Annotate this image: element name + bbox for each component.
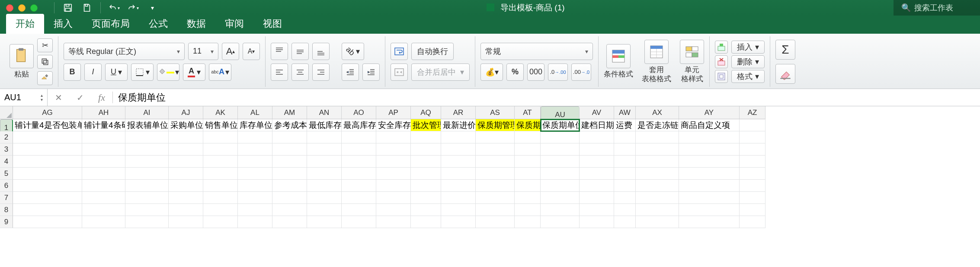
cell-AO4[interactable]	[342, 156, 376, 168]
cell-AN8[interactable]	[307, 204, 342, 216]
cell-AY9[interactable]	[679, 216, 740, 228]
cell-AW3[interactable]	[614, 143, 636, 156]
cell-AO8[interactable]	[342, 204, 376, 216]
cell-AL8[interactable]	[238, 204, 272, 216]
insert-cells-icon[interactable]	[715, 41, 728, 54]
cell-AU8[interactable]	[541, 204, 580, 216]
cell-AY7[interactable]	[679, 192, 740, 204]
align-top-button[interactable]	[271, 43, 288, 60]
cell-AJ9[interactable]	[169, 216, 203, 228]
cell-AL2[interactable]	[238, 131, 272, 143]
increase-indent-button[interactable]	[362, 64, 380, 81]
cell-AR7[interactable]	[441, 192, 476, 204]
decrease-decimal-button[interactable]: .00→.0	[571, 64, 591, 81]
cell-AN9[interactable]	[307, 216, 342, 228]
cell-AH7[interactable]	[82, 192, 125, 204]
increase-decimal-button[interactable]: .0→.00	[548, 64, 568, 81]
qat-customize-icon[interactable]: ▾	[147, 2, 158, 13]
cell-AM8[interactable]	[272, 204, 307, 216]
align-bottom-button[interactable]	[312, 43, 330, 60]
cell-AR4[interactable]	[441, 156, 476, 168]
cell-AR6[interactable]	[441, 180, 476, 192]
cell-AG8[interactable]	[13, 204, 82, 216]
cell-AR2[interactable]	[441, 131, 476, 143]
autosum-button[interactable]: Σ	[775, 40, 795, 60]
cell-AS1[interactable]: 保质期管理	[476, 119, 515, 131]
paste-button[interactable]	[10, 44, 34, 68]
cell-AZ5[interactable]	[740, 168, 765, 180]
cell-AO3[interactable]	[342, 143, 376, 156]
cell-AU4[interactable]	[541, 156, 580, 168]
cell-AH3[interactable]	[82, 143, 125, 156]
cell-AI9[interactable]	[125, 216, 169, 228]
insert-cells-button[interactable]: 插入▾	[731, 41, 765, 54]
cell-AX2[interactable]	[636, 131, 679, 143]
align-middle-button[interactable]	[291, 43, 309, 60]
cell-AJ7[interactable]	[169, 192, 203, 204]
cell-AG1[interactable]: 辅计量4是否包装单位	[13, 119, 82, 131]
cell-AO9[interactable]	[342, 216, 376, 228]
cell-AU7[interactable]	[541, 192, 580, 204]
cell-AG4[interactable]	[13, 156, 82, 168]
row-header-6[interactable]: 6	[0, 180, 13, 192]
cell-AH4[interactable]	[82, 156, 125, 168]
column-header-AV[interactable]: AV	[580, 106, 614, 119]
cell-AT9[interactable]	[515, 216, 541, 228]
select-all-corner[interactable]	[0, 106, 13, 119]
cell-AW9[interactable]	[614, 216, 636, 228]
cell-AM2[interactable]	[272, 131, 307, 143]
cell-AR8[interactable]	[441, 204, 476, 216]
column-header-AG[interactable]: AG	[13, 106, 82, 119]
cell-AV7[interactable]	[580, 192, 614, 204]
cell-AN3[interactable]	[307, 143, 342, 156]
format-painter-button[interactable]	[37, 71, 53, 85]
save-as-icon[interactable]	[62, 2, 74, 13]
cell-AU1[interactable]: 保质期单位	[541, 119, 580, 131]
wrap-text-button[interactable]: 自动换行	[411, 43, 454, 60]
cell-AK9[interactable]	[203, 216, 238, 228]
cell-AQ3[interactable]	[411, 143, 441, 156]
row-header-8[interactable]: 8	[0, 204, 13, 216]
cell-AS6[interactable]	[476, 180, 515, 192]
delete-cells-icon[interactable]	[715, 55, 728, 68]
cell-styles-button[interactable]: 单元 格样式	[680, 40, 704, 83]
conditional-format-button[interactable]: 条件格式	[604, 44, 633, 79]
cell-AM1[interactable]: 参考成本	[272, 119, 307, 131]
cell-AW5[interactable]	[614, 168, 636, 180]
cell-AQ5[interactable]	[411, 168, 441, 180]
cell-AG9[interactable]	[13, 216, 82, 228]
column-header-AR[interactable]: AR	[441, 106, 476, 119]
cell-AJ1[interactable]: 采购单位	[169, 119, 203, 131]
cell-AL5[interactable]	[238, 168, 272, 180]
number-format-select[interactable]: 常规▾	[480, 43, 593, 60]
font-color-button[interactable]: A▾	[183, 64, 205, 81]
cell-AX8[interactable]	[636, 204, 679, 216]
cell-AU9[interactable]	[541, 216, 580, 228]
column-header-AZ[interactable]: AZ	[740, 106, 765, 119]
cell-AN7[interactable]	[307, 192, 342, 204]
cell-AT7[interactable]	[515, 192, 541, 204]
cell-AN2[interactable]	[307, 131, 342, 143]
cell-AI5[interactable]	[125, 168, 169, 180]
cell-AK8[interactable]	[203, 204, 238, 216]
fill-color-button[interactable]: ▾	[157, 64, 179, 81]
cell-AT3[interactable]	[515, 143, 541, 156]
column-header-AQ[interactable]: AQ	[411, 106, 441, 119]
cell-AG3[interactable]	[13, 143, 82, 156]
cell-AK1[interactable]: 销售单位	[203, 119, 238, 131]
cell-AH2[interactable]	[82, 131, 125, 143]
fx-button[interactable]: fx	[91, 92, 112, 103]
cell-AJ2[interactable]	[169, 131, 203, 143]
cancel-entry-button[interactable]: ✕	[48, 92, 69, 103]
cell-AM4[interactable]	[272, 156, 307, 168]
cell-AG7[interactable]	[13, 192, 82, 204]
column-header-AO[interactable]: AO	[342, 106, 376, 119]
cell-AN5[interactable]	[307, 168, 342, 180]
percent-button[interactable]: %	[506, 64, 524, 81]
cell-AU3[interactable]	[541, 143, 580, 156]
cell-AW4[interactable]	[614, 156, 636, 168]
cell-AV1[interactable]: 建档日期	[580, 119, 614, 131]
cell-AM7[interactable]	[272, 192, 307, 204]
cell-AV9[interactable]	[580, 216, 614, 228]
tab-home[interactable]: 开始	[6, 14, 44, 34]
